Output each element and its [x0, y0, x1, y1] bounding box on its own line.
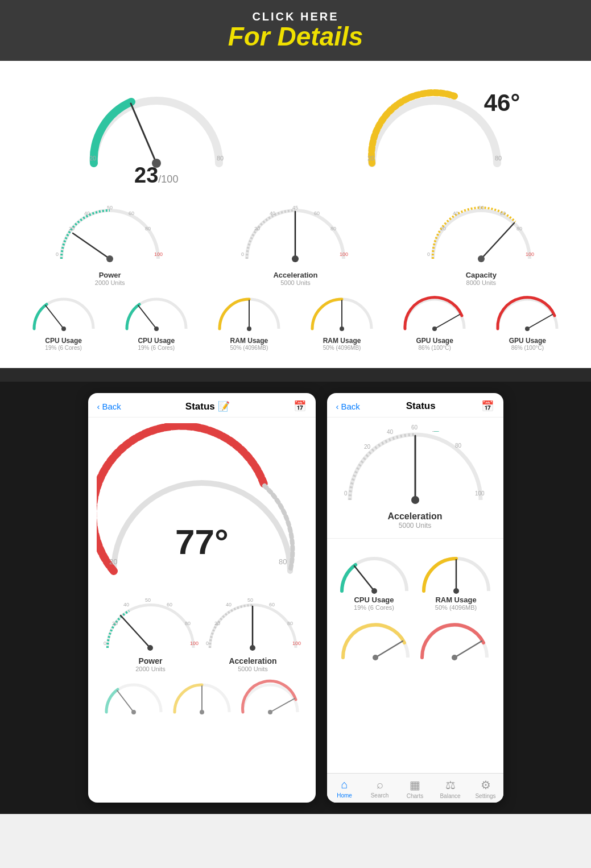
medium-gauges-row: 0 40 50 60 80 100 20 Power 2000 Units 0 … — [17, 199, 574, 286]
small-gauge-gpu1: GPU Usage 86% (100°C) — [400, 292, 469, 351]
small-gauge-cpu2: CPU Usage 19% (6 Cores) — [122, 292, 191, 351]
svg-text:40: 40 — [270, 210, 275, 216]
phone-power-label: Power — [138, 656, 162, 666]
svg-line-41 — [435, 315, 460, 329]
svg-text:45: 45 — [292, 205, 298, 210]
small-phone-accel-container: 0 20 40 60 — 80 100 — Acceleration 5000 … — [327, 418, 503, 532]
calendar-icon2[interactable]: 📅 — [481, 400, 494, 412]
svg-text:80: 80 — [287, 621, 293, 626]
svg-text:20: 20 — [367, 155, 374, 162]
svg-text:—: — — [434, 428, 439, 434]
gpu2-label: GPU Usage — [509, 337, 546, 345]
svg-text:50: 50 — [145, 597, 151, 603]
phone-large-title: Status 📝 — [185, 400, 230, 412]
svg-text:80: 80 — [516, 226, 522, 232]
large-gauges-row: 20 80 23/100 46° 20 80 — [17, 72, 574, 188]
phone-small: ‹ Back Status 📅 0 20 40 60 — 80 100 — [327, 393, 503, 803]
svg-text:0: 0 — [104, 640, 106, 646]
svg-point-42 — [432, 326, 437, 331]
calendar-icon[interactable]: 📅 — [294, 400, 306, 412]
settings-icon: ⚙ — [481, 778, 491, 792]
acceleration-sub: 5000 Units — [280, 279, 311, 286]
phone-small-gpu — [239, 678, 301, 717]
small-gauge-gpu2: GPU Usage 86% (100°C) — [493, 292, 561, 351]
svg-line-48 — [121, 615, 150, 648]
top-banner[interactable]: CLICK HERE For Details — [0, 0, 591, 61]
svg-text:0: 0 — [206, 640, 209, 646]
svg-text:20: 20 — [214, 621, 220, 626]
svg-text:0: 0 — [241, 251, 244, 257]
search-icon: ⌕ — [377, 778, 383, 791]
svg-point-89 — [452, 655, 457, 660]
svg-text:60: 60 — [314, 210, 320, 216]
sp-ram-sub: 50% (4096MB) — [435, 604, 477, 611]
medium-gauge-capacity: 0 40 50 60 80 100 20 Capacity 8000 Units — [424, 199, 538, 286]
big-red-gauge-svg: 20 80 77° — [97, 423, 307, 594]
sp-ram-gauge: RAM Usage 50% (4096MB) — [419, 550, 493, 611]
svg-text:0: 0 — [427, 251, 430, 257]
svg-text:20: 20 — [69, 226, 75, 232]
large-gauge-yellow: 46° 20 80 — [355, 72, 514, 175]
phone-small-header: ‹ Back Status 📅 — [327, 393, 503, 418]
showcase-area: 20 80 23/100 46° 20 80 — [0, 61, 591, 368]
nav-charts[interactable]: ▦ Charts — [398, 778, 433, 799]
phone-divider — [327, 538, 503, 539]
svg-text:0: 0 — [56, 251, 59, 257]
phone-power-gauge: 0 40 50 60 80 100 20 Power 2000 Units — [101, 594, 200, 672]
phone-accel-sub: 5000 Units — [238, 666, 268, 672]
small-gauge-ram1: RAM Usage 50% (4096MB) — [215, 292, 283, 351]
svg-point-49 — [147, 645, 153, 651]
gpu1-sub: 86% (100°C) — [419, 345, 451, 351]
phone-small-gauges-partial — [88, 672, 316, 717]
svg-text:50: 50 — [247, 597, 253, 603]
svg-point-58 — [250, 645, 255, 651]
svg-text:100: 100 — [190, 640, 199, 646]
svg-line-43 — [527, 315, 552, 329]
capacity-label: Capacity — [466, 271, 497, 279]
power-sub: 2000 Units — [95, 279, 125, 286]
svg-text:60: 60 — [167, 602, 172, 607]
svg-text:20: 20 — [109, 557, 117, 566]
svg-text:40: 40 — [84, 210, 90, 216]
charts-icon: ▦ — [410, 778, 420, 792]
cpu2-label: CPU Usage — [138, 337, 175, 345]
phone-accel-label: Acceleration — [229, 656, 276, 666]
capacity-sub: 8000 Units — [466, 279, 497, 286]
home-icon: ⌂ — [341, 778, 348, 791]
nav-home[interactable]: ⌂ Home — [327, 778, 362, 799]
nav-search[interactable]: ⌕ Search — [362, 778, 398, 799]
svg-text:100: 100 — [526, 251, 534, 257]
nav-search-label: Search — [371, 792, 389, 799]
nav-balance[interactable]: ⚖ Balance — [433, 778, 468, 799]
svg-point-69 — [200, 710, 204, 714]
svg-text:100: 100 — [340, 251, 348, 257]
svg-point-7 — [106, 255, 113, 262]
svg-text:80: 80 — [145, 226, 151, 232]
sp-gpu1-gauge — [338, 617, 412, 662]
ram2-sub: 50% (4096MB) — [323, 345, 361, 351]
sp-gpu2-gauge — [418, 617, 491, 662]
svg-line-33 — [46, 305, 64, 329]
svg-text:0: 0 — [344, 490, 348, 497]
nav-settings[interactable]: ⚙ Settings — [468, 778, 503, 799]
svg-text:100: 100 — [292, 640, 301, 646]
svg-point-34 — [61, 326, 66, 331]
svg-point-25 — [478, 255, 485, 262]
teal-value: 23 — [134, 163, 158, 187]
phones-row: ‹ Back Status 📝 📅 20 80 77° — [0, 382, 591, 814]
sp-cpu-gauge: CPU Usage 19% (6 Cores) — [337, 550, 411, 611]
power-label: Power — [99, 271, 121, 279]
svg-point-73 — [411, 496, 419, 504]
svg-text:60: 60 — [129, 210, 134, 216]
sp-ram-label: RAM Usage — [435, 596, 476, 604]
svg-point-67 — [131, 710, 136, 714]
phone-small-back[interactable]: ‹ Back — [336, 402, 360, 411]
phone-large-back[interactable]: ‹ Back — [97, 402, 121, 411]
svg-line-35 — [138, 305, 156, 329]
ram2-label: RAM Usage — [323, 337, 361, 345]
phone-large: ‹ Back Status 📝 📅 20 80 77° — [88, 393, 316, 803]
svg-point-83 — [371, 588, 377, 594]
ram1-label: RAM Usage — [230, 337, 268, 345]
svg-text:20: 20 — [440, 226, 446, 232]
svg-text:60: 60 — [269, 602, 275, 607]
